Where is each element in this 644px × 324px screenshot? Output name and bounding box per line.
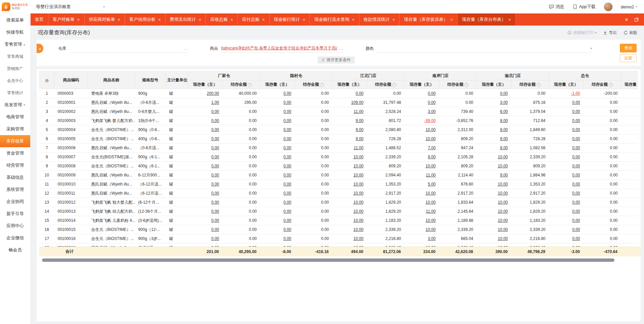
- qty-link[interactable]: 1.00: [211, 100, 219, 105]
- qty-link[interactable]: 5.00: [428, 182, 435, 187]
- tab-close-icon[interactable]: ×: [158, 17, 161, 22]
- qty-link[interactable]: 0.00: [211, 191, 219, 196]
- qty-link[interactable]: 0.00: [211, 209, 219, 214]
- qty-link[interactable]: 0.00: [572, 200, 580, 205]
- qty-link[interactable]: 0.00: [572, 127, 580, 132]
- tab-close-icon[interactable]: ×: [450, 17, 453, 22]
- qty-link[interactable]: 10.00: [498, 155, 508, 159]
- tab-现金银行流水查询[interactable]: 现金银行流水查询×: [310, 13, 359, 26]
- qty-link[interactable]: 10.00: [498, 200, 508, 205]
- qty-link[interactable]: 0.00: [283, 146, 291, 150]
- sidebar-item-零售统计[interactable]: 零售统计: [0, 87, 30, 99]
- qty-link[interactable]: 10.00: [498, 236, 508, 241]
- qty-link[interactable]: 10.00: [498, 245, 508, 247]
- qty-link[interactable]: 0.00: [572, 118, 580, 123]
- qty-link[interactable]: 10.00: [353, 182, 363, 187]
- more-options-icon[interactable]: …: [183, 46, 188, 51]
- qty-link[interactable]: 0.00: [428, 100, 435, 105]
- print-by-template-button[interactable]: 按模板打印 ▾: [567, 30, 596, 36]
- qty-link[interactable]: 0.00: [572, 182, 580, 187]
- qty-link[interactable]: 8.00: [500, 118, 508, 123]
- qty-link[interactable]: 3.00: [428, 236, 435, 241]
- qty-link[interactable]: 10.00: [353, 164, 363, 168]
- qty-link[interactable]: 0.00: [572, 136, 580, 141]
- user-menu[interactable]: demo2 ▾: [621, 4, 637, 9]
- product-value-link[interactable]: babycare孕妇待产包 春季入院全套母子组合孕妇产后冬季月子用品 22件套 …: [221, 45, 337, 51]
- qty-link[interactable]: 0.00: [211, 136, 219, 141]
- qty-link[interactable]: 7.00: [428, 146, 435, 150]
- qty-link[interactable]: -39.00: [424, 118, 435, 123]
- qty-link[interactable]: 9.00: [356, 118, 363, 123]
- qty-link[interactable]: 10.00: [498, 191, 508, 196]
- app-download-button[interactable]: App下载: [572, 4, 596, 10]
- tab-首页[interactable]: 首页: [31, 13, 48, 26]
- qty-link[interactable]: 0.00: [211, 173, 219, 177]
- qty-link[interactable]: 9.00: [356, 127, 363, 132]
- help-icon[interactable]: ?: [392, 83, 396, 87]
- qty-link[interactable]: 0.00: [283, 209, 291, 214]
- qty-link[interactable]: 0.00: [211, 127, 219, 132]
- sidebar-item-采购管理[interactable]: 采购管理: [0, 123, 30, 135]
- qty-link[interactable]: 0.00: [572, 209, 580, 214]
- sidebar-item-会员中心[interactable]: 会员中心: [0, 75, 30, 87]
- qty-link[interactable]: 9.00: [500, 173, 508, 177]
- qty-link[interactable]: 10.00: [498, 218, 508, 223]
- qty-link[interactable]: 0.00: [572, 164, 580, 168]
- qty-link[interactable]: 8.00: [500, 127, 508, 132]
- qty-link[interactable]: 10.00: [425, 164, 435, 168]
- sidebar-item-畅会员[interactable]: 畅会员: [0, 244, 30, 256]
- qty-link[interactable]: 0.00: [572, 227, 580, 232]
- qty-link[interactable]: 10.00: [425, 191, 435, 196]
- sidebar-item-应用中心[interactable]: 应用中心: [0, 220, 30, 232]
- qty-link[interactable]: 0.00: [211, 182, 219, 187]
- qty-link[interactable]: 10.00: [498, 164, 508, 168]
- tab-close-icon[interactable]: ×: [393, 17, 395, 22]
- qty-link[interactable]: 10.00: [353, 227, 363, 232]
- qty-link[interactable]: 10.00: [425, 136, 435, 141]
- warehouse-input[interactable]: …: [70, 44, 188, 53]
- tab-费用支出统计[interactable]: 费用支出统计×: [166, 13, 206, 26]
- qty-link[interactable]: 10.00: [353, 245, 363, 247]
- qty-link[interactable]: 10.00: [498, 227, 508, 232]
- close-all-tabs-icon[interactable]: ×: [625, 17, 628, 23]
- sidebar-item-快捷导航[interactable]: 快捷导航: [0, 26, 30, 38]
- sidebar-item-零售管理[interactable]: 零售管理▲: [0, 38, 30, 50]
- qty-link[interactable]: 0.00: [572, 100, 580, 105]
- qty-link[interactable]: 10.00: [353, 191, 363, 196]
- expand-more-conditions[interactable]: 展开更多条件: [318, 56, 355, 64]
- qty-link[interactable]: 0.00: [283, 100, 291, 105]
- qty-link[interactable]: 10.00: [425, 127, 435, 132]
- help-icon[interactable]: ?: [537, 83, 541, 87]
- expand-filter-sidebar-button[interactable]: »: [37, 44, 43, 53]
- qty-link[interactable]: 0.00: [211, 236, 219, 241]
- help-icon[interactable]: ?: [464, 83, 468, 87]
- account-book-select[interactable]: 母婴行业演示账套 ▾: [36, 2, 105, 11]
- sidebar-item-基础信息[interactable]: 基础信息: [0, 171, 30, 184]
- qty-link[interactable]: 10.00: [425, 218, 435, 223]
- qty-link[interactable]: 10.00: [425, 227, 435, 232]
- help-icon[interactable]: ?: [248, 83, 252, 87]
- tab-close-icon[interactable]: ×: [118, 17, 121, 22]
- qty-link[interactable]: 10.00: [353, 200, 363, 205]
- settings-button[interactable]: 设置: [620, 54, 637, 62]
- sidebar-item-零售商城[interactable]: 零售商城: [0, 50, 30, 63]
- qty-link[interactable]: 9.00: [428, 155, 435, 159]
- help-icon[interactable]: ?: [609, 83, 613, 87]
- qty-link[interactable]: 0.00: [428, 91, 435, 96]
- qty-link[interactable]: 0.00: [283, 182, 291, 187]
- sidebar-item-资金管理[interactable]: 资金管理: [0, 147, 30, 159]
- qty-link[interactable]: 0.00: [283, 173, 291, 177]
- tab-close-icon[interactable]: ×: [352, 17, 355, 22]
- maximize-icon[interactable]: [634, 17, 639, 22]
- query-button[interactable]: 查询: [620, 44, 637, 52]
- qty-link[interactable]: 10.00: [425, 245, 435, 247]
- tab-现金银行统计[interactable]: 现金银行统计×: [270, 13, 310, 26]
- tab-客户信用分析[interactable]: 客户信用分析×: [125, 13, 166, 26]
- column-settings-icon[interactable]: ◎: [40, 72, 54, 89]
- messages-button[interactable]: 消息: [549, 4, 564, 10]
- avatar[interactable]: [604, 2, 613, 11]
- qty-link[interactable]: 0.00: [211, 164, 219, 168]
- qty-link[interactable]: 8.00: [500, 146, 508, 150]
- color-select[interactable]: ▾: [377, 44, 592, 53]
- qty-link[interactable]: 0.00: [572, 218, 580, 223]
